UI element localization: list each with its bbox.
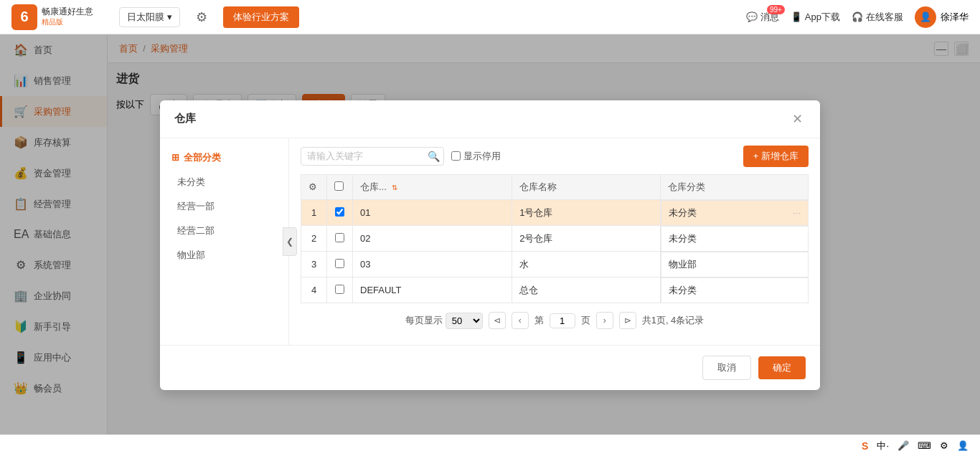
row-checkbox[interactable]: [335, 207, 344, 217]
next-page-button[interactable]: ›: [596, 312, 613, 329]
row-checkbox-cell[interactable]: [327, 226, 353, 252]
status-lang-label: 中·: [877, 440, 889, 452]
total-info: 共1页, 4条记录: [642, 314, 705, 327]
pagination: 每页显示 50 100 200 ⊲ ‹ 第 页 › ⊳ 共1页, 4条记录: [301, 303, 809, 338]
user-profile-area[interactable]: 👤 徐泽华: [915, 6, 969, 28]
modal-title: 仓库: [174, 112, 196, 125]
modal-close-button[interactable]: ✕: [788, 110, 806, 128]
try-industry-button[interactable]: 体验行业方案: [223, 6, 299, 28]
modal-body: ⊞ 全部分类 未分类 经营一部 经营二部 物业部 ❮: [160, 138, 820, 346]
row-code: 03: [353, 252, 512, 277]
phone-icon: 📱: [791, 11, 802, 22]
row-name: 总仓: [512, 277, 660, 303]
show-disabled-checkbox-wrap[interactable]: 显示停用: [451, 150, 501, 163]
avatar: 👤: [915, 6, 936, 28]
add-warehouse-button[interactable]: + 新增仓库: [743, 146, 809, 167]
headset-icon: 🎧: [852, 11, 863, 22]
th-settings[interactable]: ⚙: [301, 174, 327, 199]
row-actions-icon[interactable]: ···: [793, 207, 801, 218]
row-num: 2: [301, 226, 327, 252]
row-checkbox-cell[interactable]: [327, 252, 353, 277]
user-status-icon[interactable]: 👤: [957, 440, 969, 451]
page-suffix: 页: [581, 314, 590, 327]
property-label: 物业部: [177, 250, 205, 260]
row-code: 01: [353, 199, 512, 226]
logo-title: 畅康通好生意: [42, 6, 93, 18]
table-row[interactable]: 4 DEFAULT 总仓 未分类: [301, 277, 809, 303]
settings-icon[interactable]: ⚙: [192, 7, 212, 27]
th-code: 仓库... ⇅: [353, 174, 512, 199]
row-checkbox-cell[interactable]: [327, 277, 353, 303]
page-size-select: 每页显示 50 100 200: [405, 313, 483, 329]
table-row[interactable]: 3 03 水 物业部: [301, 252, 809, 277]
row-category: 物业部: [661, 252, 809, 277]
prev-page-button[interactable]: ‹: [512, 312, 529, 329]
page-label: 第: [534, 314, 544, 327]
category-item-ops1[interactable]: 经营一部: [160, 194, 288, 219]
show-disabled-checkbox[interactable]: [451, 151, 461, 161]
mic-icon[interactable]: 🎤: [897, 440, 909, 451]
row-checkbox[interactable]: [335, 233, 344, 242]
table-container: ⚙ 仓库... ⇅ 仓库名称 仓库分类: [301, 174, 809, 304]
table-row[interactable]: 1 01 1号仓库 未分类···: [301, 199, 809, 226]
row-name: 水: [512, 252, 660, 277]
collapse-panel-button[interactable]: ❮: [283, 227, 297, 256]
search-input[interactable]: [307, 151, 428, 161]
header-right: 💬 99+ 消息 📱 App下载 🎧 在线客服 👤 徐泽华: [746, 6, 969, 28]
ops2-label: 经营二部: [177, 225, 215, 236]
modal-header: 仓库 ✕: [160, 100, 820, 138]
last-page-button[interactable]: ⊳: [619, 312, 636, 329]
keyboard-icon[interactable]: ⌨: [918, 440, 931, 451]
row-checkbox-cell[interactable]: [327, 199, 353, 226]
logo-area: 6 畅康通好生意 精品版: [11, 4, 119, 30]
store-name: 日太阳膜: [127, 11, 164, 24]
search-icon[interactable]: 🔍: [428, 151, 440, 162]
chevron-down-icon: ▾: [167, 11, 172, 22]
logo-icon: 6: [11, 4, 37, 30]
table-panel: 🔍 显示停用 + 新增仓库 ⚙: [289, 138, 820, 346]
row-num: 3: [301, 252, 327, 277]
select-all-checkbox[interactable]: [334, 181, 344, 191]
category-panel: ⊞ 全部分类 未分类 经营一部 经营二部 物业部 ❮: [160, 138, 289, 346]
table-body: 1 01 1号仓库 未分类··· 2 02 2号仓库 未分类 3 03 水 物业…: [301, 199, 809, 303]
status-bar: S 中· 🎤 ⌨ ⚙ 👤: [0, 434, 980, 456]
app-download-button[interactable]: 📱 App下载: [791, 11, 840, 24]
modal-overlay: 仓库 ✕ ⊞ 全部分类 未分类 经营一部 经营二部: [0, 34, 980, 456]
row-checkbox[interactable]: [335, 285, 344, 294]
all-categories-item[interactable]: ⊞ 全部分类: [160, 146, 288, 170]
modal-footer: 取消 确定: [160, 345, 820, 390]
online-service-button[interactable]: 🎧 在线客服: [852, 11, 903, 24]
table-header-row: ⚙ 仓库... ⇅ 仓库名称 仓库分类: [301, 174, 809, 199]
page-number-input[interactable]: [550, 313, 575, 328]
status-brand-icon: S: [862, 440, 868, 452]
category-item-ops2[interactable]: 经营二部: [160, 219, 288, 243]
per-page-dropdown[interactable]: 50 100 200: [446, 313, 483, 329]
th-category: 仓库分类: [660, 174, 808, 199]
user-name: 徐泽华: [941, 11, 969, 24]
sort-icon-code: ⇅: [392, 184, 397, 191]
notification-area[interactable]: 💬 99+ 消息: [746, 11, 779, 24]
store-selector[interactable]: 日太阳膜 ▾: [119, 7, 180, 27]
category-item-property[interactable]: 物业部: [160, 243, 288, 267]
cancel-button[interactable]: 取消: [702, 356, 751, 380]
first-page-button[interactable]: ⊲: [489, 312, 506, 329]
table-toolbar: 🔍 显示停用 + 新增仓库: [301, 146, 809, 167]
per-page-label: 每页显示: [405, 314, 443, 327]
row-code: DEFAULT: [353, 277, 512, 303]
grid-icon: ⊞: [171, 152, 179, 163]
ops1-label: 经营一部: [177, 201, 215, 212]
th-checkbox[interactable]: [327, 174, 353, 199]
settings-status-icon[interactable]: ⚙: [940, 440, 948, 451]
row-num: 4: [301, 277, 327, 303]
row-code: 02: [353, 226, 512, 252]
row-name: 1号仓库: [512, 199, 660, 226]
show-disabled-label: 显示停用: [463, 150, 501, 163]
warehouse-table: ⚙ 仓库... ⇅ 仓库名称 仓库分类: [301, 174, 809, 304]
confirm-button[interactable]: 确定: [758, 356, 806, 379]
row-name: 2号仓库: [512, 226, 660, 252]
table-row[interactable]: 2 02 2号仓库 未分类: [301, 226, 809, 252]
row-checkbox[interactable]: [335, 259, 344, 268]
notification-badge: 99+: [767, 5, 785, 14]
category-item-unclassified[interactable]: 未分类: [160, 170, 288, 194]
row-num: 1: [301, 199, 327, 226]
